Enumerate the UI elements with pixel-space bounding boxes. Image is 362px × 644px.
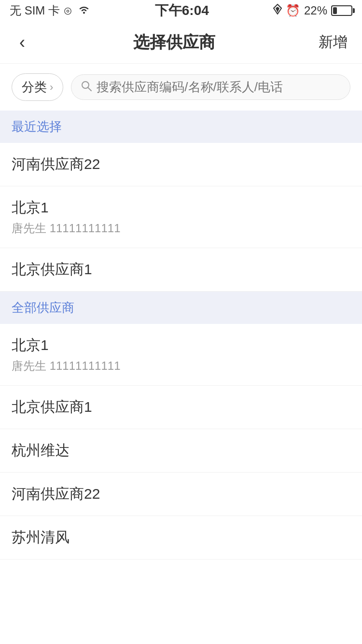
list-item[interactable]: 苏州清风: [0, 516, 362, 560]
recent-section-label: 最近选择: [12, 119, 62, 134]
status-time: 下午6:04: [155, 1, 209, 20]
wifi-icon: [77, 4, 91, 17]
all-section-label: 全部供应商: [12, 300, 74, 315]
item-name: 河南供应商22: [12, 484, 350, 504]
search-input[interactable]: [97, 80, 340, 95]
svg-line-2: [88, 87, 91, 91]
item-name: 杭州维达: [12, 441, 350, 461]
category-label: 分类: [22, 79, 47, 96]
item-name: 北京供应商1: [12, 260, 350, 280]
all-section-header: 全部供应商: [0, 292, 362, 324]
item-name: 北京供应商1: [12, 397, 350, 417]
item-sub: 唐先生 11111111111: [12, 221, 350, 236]
item-name: 北京1: [12, 198, 350, 218]
battery-text: 22%: [304, 4, 327, 17]
battery-icon: [331, 5, 352, 16]
filter-bar: 分类 ›: [0, 64, 362, 111]
list-item[interactable]: 北京供应商1: [0, 248, 362, 292]
sim-status: 无 SIM 卡 ⊙: [10, 3, 72, 18]
list-item[interactable]: 北京1唐先生 11111111111: [0, 186, 362, 248]
item-name: 北京1: [12, 336, 350, 355]
back-button[interactable]: ‹: [14, 28, 30, 57]
search-box[interactable]: [71, 74, 350, 100]
page-title: 选择供应商: [133, 31, 215, 54]
list-item[interactable]: 河南供应商22: [0, 473, 362, 516]
nav-bar: ‹ 选择供应商 新增: [0, 21, 362, 64]
list-item[interactable]: 北京供应商1: [0, 386, 362, 429]
item-sub: 唐先生 11111111111: [12, 358, 350, 374]
chevron-right-icon: ›: [50, 81, 53, 94]
alarm-icon: ⏰: [286, 4, 300, 17]
category-filter[interactable]: 分类 ›: [12, 73, 63, 101]
location-icon: [273, 4, 282, 17]
search-icon: [81, 81, 92, 94]
all-list: 北京1唐先生 11111111111北京供应商1杭州维达河南供应商22苏州清风: [0, 324, 362, 560]
svg-point-0: [83, 12, 85, 14]
status-bar: 无 SIM 卡 ⊙ 下午6:04 ⏰ 22%: [0, 0, 362, 21]
list-item[interactable]: 北京1唐先生 11111111111: [0, 324, 362, 386]
item-name: 河南供应商22: [12, 154, 350, 174]
item-name: 苏州清风: [12, 528, 350, 547]
recent-section-header: 最近选择: [0, 111, 362, 143]
add-button[interactable]: 新增: [319, 32, 348, 52]
recent-list: 河南供应商22北京1唐先生 11111111111北京供应商1: [0, 143, 362, 292]
status-right: ⏰ 22%: [273, 4, 352, 17]
list-item[interactable]: 杭州维达: [0, 429, 362, 473]
status-left: 无 SIM 卡 ⊙: [10, 3, 91, 18]
list-item[interactable]: 河南供应商22: [0, 143, 362, 186]
